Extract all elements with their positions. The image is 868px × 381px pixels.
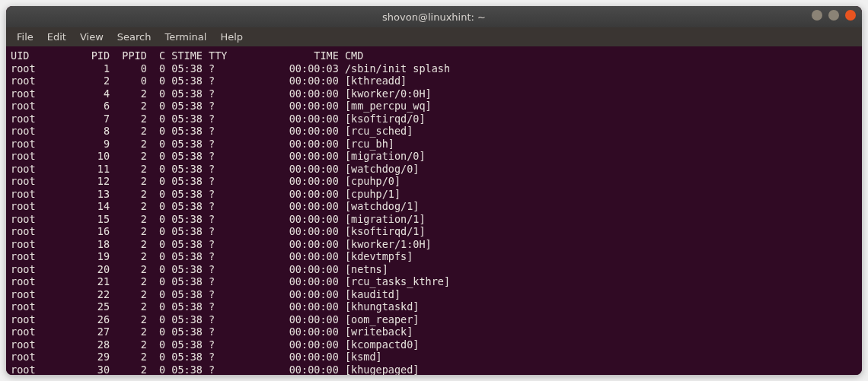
process-row: root 2 0 0 05:38 ? 00:00:00 [kthreadd]	[11, 75, 857, 87]
process-row: root 18 2 0 05:38 ? 00:00:00 [kworker/1:…	[11, 238, 857, 251]
maximize-icon[interactable]	[828, 10, 839, 21]
process-row: root 11 2 0 05:38 ? 00:00:00 [watchdog/0…	[11, 163, 857, 176]
menu-file[interactable]: File	[11, 29, 40, 45]
process-row: root 27 2 0 05:38 ? 00:00:00 [writeback]	[11, 325, 857, 338]
process-header: UID PID PPID C STIME TTY TIME CMD	[11, 49, 857, 62]
menu-terminal[interactable]: Terminal	[158, 29, 212, 45]
process-row: root 4 2 0 05:38 ? 00:00:00 [kworker/0:0…	[11, 87, 857, 100]
process-row: root 1 0 0 05:38 ? 00:00:03 /sbin/init s…	[11, 62, 857, 75]
process-row: root 28 2 0 05:38 ? 00:00:00 [kcompactd0…	[11, 338, 857, 351]
process-row: root 29 2 0 05:38 ? 00:00:00 [ksmd]	[11, 351, 857, 364]
process-row: root 26 2 0 05:38 ? 00:00:00 [oom_reaper…	[11, 313, 857, 326]
process-row: root 13 2 0 05:38 ? 00:00:00 [cpuhp/1]	[11, 188, 857, 201]
process-row: root 16 2 0 05:38 ? 00:00:00 [ksoftirqd/…	[11, 225, 857, 238]
window-controls	[812, 10, 856, 21]
terminal-window: shovon@linuxhint: ~ File Edit View Searc…	[6, 6, 862, 375]
process-row: root 25 2 0 05:38 ? 00:00:00 [khungtaskd…	[11, 300, 857, 313]
process-row: root 12 2 0 05:38 ? 00:00:00 [cpuhp/0]	[11, 175, 857, 188]
minimize-icon[interactable]	[812, 10, 822, 21]
process-row: root 30 2 0 05:38 ? 00:00:00 [khugepaged…	[11, 364, 857, 376]
process-row: root 9 2 0 05:38 ? 00:00:00 [rcu_bh]	[11, 138, 857, 151]
process-row: root 7 2 0 05:38 ? 00:00:00 [ksoftirqd/0…	[11, 113, 857, 125]
process-row: root 21 2 0 05:38 ? 00:00:00 [rcu_tasks_…	[11, 275, 857, 288]
menubar: File Edit View Search Terminal Help	[6, 27, 862, 46]
process-row: root 20 2 0 05:38 ? 00:00:00 [netns]	[11, 263, 857, 276]
process-row: root 15 2 0 05:38 ? 00:00:00 [migration/…	[11, 213, 857, 226]
process-row: root 8 2 0 05:38 ? 00:00:00 [rcu_sched]	[11, 125, 857, 138]
menu-view[interactable]: View	[74, 29, 110, 45]
close-icon[interactable]	[845, 10, 856, 21]
process-row: root 14 2 0 05:38 ? 00:00:00 [watchdog/1…	[11, 200, 857, 213]
terminal-output[interactable]: UID PID PPID C STIME TTY TIME CMDroot 1 …	[6, 46, 862, 375]
process-row: root 22 2 0 05:38 ? 00:00:00 [kauditd]	[11, 288, 857, 301]
menu-help[interactable]: Help	[214, 29, 249, 45]
menu-edit[interactable]: Edit	[41, 29, 72, 45]
titlebar: shovon@linuxhint: ~	[6, 6, 862, 27]
process-row: root 10 2 0 05:38 ? 00:00:00 [migration/…	[11, 150, 857, 163]
process-row: root 6 2 0 05:38 ? 00:00:00 [mm_percpu_w…	[11, 100, 857, 113]
window-title: shovon@linuxhint: ~	[382, 11, 486, 23]
process-row: root 19 2 0 05:38 ? 00:00:00 [kdevtmpfs]	[11, 250, 857, 263]
menu-search[interactable]: Search	[111, 29, 158, 45]
